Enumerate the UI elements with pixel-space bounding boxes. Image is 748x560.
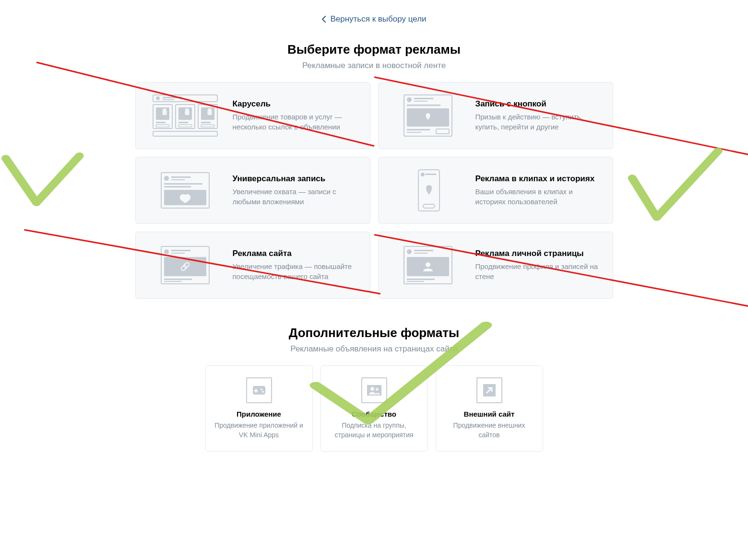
arrow-up-right-icon: [483, 384, 496, 397]
card-body: Универсальная запись Увеличение охвата —…: [233, 174, 356, 207]
section-title: Выберите формат рекламы: [67, 42, 681, 57]
card-title: Карусель: [233, 99, 356, 109]
card-body: Реклама в клипах и историях Ваши объявле…: [475, 174, 599, 207]
card-title: Запись с кнопкой: [475, 99, 599, 109]
svg-rect-30: [164, 183, 202, 185]
card-carousel[interactable]: Карусель Продвижение товаров и услуг — н…: [135, 82, 370, 149]
svg-point-18: [407, 97, 412, 102]
community-thumb: [361, 377, 387, 403]
svg-rect-40: [171, 253, 185, 254]
svg-rect-3: [163, 99, 174, 100]
svg-point-62: [262, 391, 264, 393]
svg-rect-60: [254, 390, 258, 392]
svg-rect-7: [156, 125, 169, 127]
svg-point-51: [426, 262, 430, 267]
card-desc: Ваши объявления в клипах и историях поль…: [475, 187, 599, 207]
card-desc: Продвижение внешних сайтов: [445, 421, 534, 440]
card-body: Реклама сайта Увеличение трафика — повыш…: [233, 249, 356, 281]
back-link[interactable]: Вернуться к выбору цели: [67, 0, 681, 34]
back-link-text: Вернуться к выбору цели: [330, 14, 426, 24]
card-title: Приложение: [237, 410, 281, 418]
svg-rect-6: [156, 122, 166, 123]
svg-rect-11: [178, 125, 192, 127]
section-title-2: Дополнительные форматы: [67, 326, 681, 340]
svg-rect-16: [153, 131, 217, 136]
personal-page-thumb: [392, 244, 464, 287]
svg-rect-20: [414, 101, 427, 102]
card-button-post[interactable]: Запись с кнопкой Призыв к действию — вст…: [378, 82, 613, 149]
card-title: Сообщество: [352, 410, 396, 418]
section-subtitle: Рекламные записи в новостной ленте: [67, 61, 681, 70]
svg-rect-28: [171, 176, 190, 178]
svg-point-64: [370, 387, 374, 391]
ad-format-page: Вернуться к выбору цели Выберите формат …: [67, 0, 681, 480]
app-thumb: [246, 377, 272, 403]
svg-rect-15: [201, 125, 214, 127]
button-post-thumb: [392, 94, 464, 137]
svg-rect-23: [407, 129, 430, 130]
card-desc: Увеличение охвата — записи с любыми влож…: [233, 187, 356, 207]
svg-point-1: [156, 96, 160, 100]
format-cards-grid: Карусель Продвижение товаров и услуг — н…: [67, 82, 681, 299]
svg-rect-14: [201, 122, 211, 123]
card-title: Реклама в клипах и историях: [475, 174, 599, 184]
svg-rect-24: [407, 132, 421, 133]
svg-rect-49: [414, 253, 427, 254]
card-body: Карусель Продвижение товаров и услуг — н…: [233, 99, 356, 132]
people-icon: [367, 385, 381, 396]
svg-rect-2: [163, 97, 182, 98]
svg-rect-29: [171, 179, 185, 180]
card-personal-page[interactable]: Реклама личной страницы Продвижение проф…: [378, 232, 613, 299]
svg-rect-53: [407, 281, 424, 282]
svg-rect-25: [436, 129, 449, 134]
svg-rect-48: [414, 250, 433, 251]
site-ad-thumb: [149, 244, 221, 287]
carousel-thumb: [149, 94, 221, 137]
svg-rect-39: [171, 250, 190, 251]
card-desc: Призыв к действию — вступить, купить, пе…: [475, 112, 599, 132]
external-site-thumb: [476, 377, 502, 403]
card-desc: Продвижение товаров и услуг — несколько …: [233, 112, 356, 132]
svg-rect-36: [423, 204, 435, 208]
card-body: Запись с кнопкой Призыв к действию — вст…: [475, 99, 599, 132]
card-universal[interactable]: Универсальная запись Увеличение охвата —…: [135, 157, 370, 224]
additional-cards-grid: Приложение Продвижение приложений и VK M…: [67, 365, 681, 452]
card-site-ad[interactable]: Реклама сайта Увеличение трафика — повыш…: [135, 232, 370, 299]
svg-point-27: [164, 176, 169, 181]
card-desc: Продвижение профиля и записей на стене: [475, 261, 599, 281]
card-title: Универсальная запись: [233, 174, 356, 184]
card-community[interactable]: Сообщество Подписка на группы, страницы …: [321, 365, 428, 452]
svg-rect-52: [407, 279, 435, 280]
svg-rect-44: [164, 279, 192, 280]
svg-rect-35: [426, 174, 436, 175]
svg-point-65: [376, 388, 379, 391]
svg-point-38: [164, 249, 169, 254]
svg-rect-45: [164, 281, 181, 282]
svg-point-34: [421, 173, 425, 176]
svg-rect-41: [164, 257, 206, 276]
svg-rect-10: [178, 122, 188, 123]
svg-rect-31: [164, 186, 191, 187]
clips-stories-thumb: [392, 169, 464, 212]
card-title: Внешний сайт: [464, 410, 515, 418]
card-clips-stories[interactable]: Реклама в клипах и историях Ваши объявле…: [378, 157, 613, 224]
card-title: Реклама сайта: [233, 249, 356, 258]
card-app[interactable]: Приложение Продвижение приложений и VK M…: [205, 365, 313, 452]
card-body: Реклама личной страницы Продвижение проф…: [475, 249, 599, 281]
svg-rect-21: [407, 105, 440, 106]
section-subtitle-2: Рекламные объявления на страницах сайта: [67, 344, 681, 354]
svg-rect-19: [414, 98, 433, 99]
card-desc: Подписка на группы, страницы и мероприят…: [330, 421, 419, 440]
svg-point-47: [407, 249, 412, 254]
card-desc: Увеличение трафика — повышайте посещаемо…: [233, 261, 356, 281]
gamepad-icon: [252, 385, 266, 395]
card-desc: Продвижение приложений и VK Mini Apps: [214, 421, 304, 440]
card-external-site[interactable]: Внешний сайт Продвижение внешних сайтов: [436, 365, 543, 452]
universal-thumb: [149, 169, 221, 212]
svg-point-61: [261, 388, 262, 390]
chevron-left-icon: [321, 16, 326, 23]
card-title: Реклама личной страницы: [475, 249, 599, 258]
